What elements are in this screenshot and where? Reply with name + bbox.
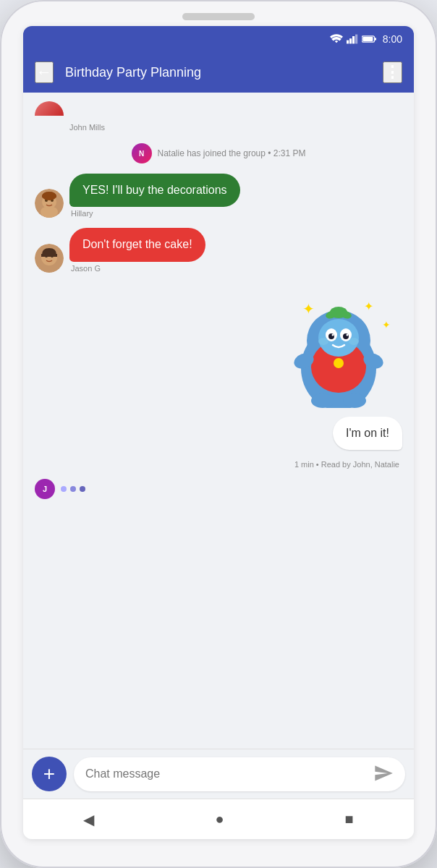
hillary-avatar: [35, 189, 64, 218]
svg-rect-5: [374, 38, 376, 40]
signal-icon: [347, 34, 358, 44]
nav-bar: ◀ ● ■: [23, 799, 414, 839]
chat-input-wrap: [74, 757, 405, 791]
nav-back-button[interactable]: ◀: [83, 811, 94, 828]
svg-point-36: [334, 358, 344, 368]
phone-speaker: [182, 13, 255, 20]
top-sender-row: [35, 101, 402, 116]
typing-dot-2: [70, 486, 76, 492]
svg-point-37: [311, 393, 334, 408]
svg-rect-1: [349, 38, 352, 43]
svg-text:✦: ✦: [364, 300, 373, 312]
status-time: 8:00: [383, 33, 402, 45]
message-row-jason: Don't forget the cake! Jason G: [35, 228, 402, 272]
hillary-bubble-wrap: YES! I'll buy the decorations Hillary: [69, 174, 240, 218]
outgoing-bubble: I'm on it!: [333, 417, 402, 450]
svg-text:✦: ✦: [302, 301, 315, 317]
message-row-outgoing: I'm on it!: [35, 417, 402, 450]
svg-point-38: [343, 393, 366, 408]
svg-point-33: [347, 333, 349, 336]
message-row-hillary: YES! I'll buy the decorations Hillary: [35, 174, 402, 218]
typing-dot-1: [61, 486, 67, 492]
svg-point-27: [318, 319, 359, 357]
svg-rect-0: [347, 41, 349, 44]
app-bar: ← Birthday Party Planning ⋮: [23, 52, 414, 93]
chat-input[interactable]: [85, 767, 368, 780]
phone-screen: 8:00 ← Birthday Party Planning ⋮ John Mi…: [23, 26, 414, 839]
svg-point-9: [41, 206, 58, 218]
svg-point-32: [332, 333, 334, 336]
read-receipt: 1 min • Read by John, Natalie: [35, 460, 402, 469]
jason-bubble: Don't forget the cake!: [69, 228, 205, 261]
status-icons: 8:00: [330, 33, 402, 45]
input-bar: +: [23, 749, 414, 799]
sticker-area: ✦ ✦ ✦: [35, 283, 402, 408]
chat-area: John Mills N Natalie has joined the grou…: [23, 93, 414, 749]
natalie-avatar: N: [132, 143, 152, 163]
jason-avatar: [35, 244, 64, 273]
svg-rect-17: [41, 254, 57, 257]
svg-point-34: [318, 338, 328, 345]
send-icon: [373, 763, 394, 783]
john-sender-name: John Mills: [69, 120, 402, 133]
svg-rect-2: [352, 36, 355, 43]
svg-rect-6: [362, 37, 373, 41]
system-message-row: N Natalie has joined the group • 2:31 PM: [35, 143, 402, 163]
sticker: ✦ ✦ ✦: [263, 289, 396, 408]
typing-avatar: J: [35, 479, 55, 499]
back-button[interactable]: ←: [35, 61, 54, 83]
wifi-icon: [330, 34, 343, 44]
typing-dot-3: [80, 486, 85, 492]
app-title: Birthday Party Planning: [65, 65, 371, 80]
jason-name-label: Jason G: [71, 264, 205, 273]
john-avatar-partial: [35, 101, 64, 116]
system-message-text: Natalie has joined the group • 2:31 PM: [158, 148, 306, 158]
phone-frame: 8:00 ← Birthday Party Planning ⋮ John Mi…: [0, 0, 437, 868]
hillary-bubble: YES! I'll buy the decorations: [69, 174, 240, 207]
jason-bubble-wrap: Don't forget the cake! Jason G: [69, 228, 205, 272]
svg-rect-3: [355, 35, 357, 44]
status-bar: 8:00: [23, 26, 414, 52]
add-icon: +: [43, 764, 55, 784]
send-button[interactable]: [373, 763, 394, 786]
typing-dots: [61, 486, 85, 492]
outgoing-bubble-wrap: I'm on it!: [333, 417, 402, 450]
nav-home-button[interactable]: ●: [215, 811, 224, 827]
more-button[interactable]: ⋮: [383, 61, 402, 83]
add-button[interactable]: +: [32, 757, 67, 791]
nav-recents-button[interactable]: ■: [344, 811, 353, 827]
svg-point-35: [349, 338, 359, 345]
battery-icon: [362, 35, 376, 43]
hillary-name-label: Hillary: [71, 209, 240, 218]
svg-text:✦: ✦: [382, 319, 391, 331]
typing-indicator: J: [35, 475, 402, 503]
